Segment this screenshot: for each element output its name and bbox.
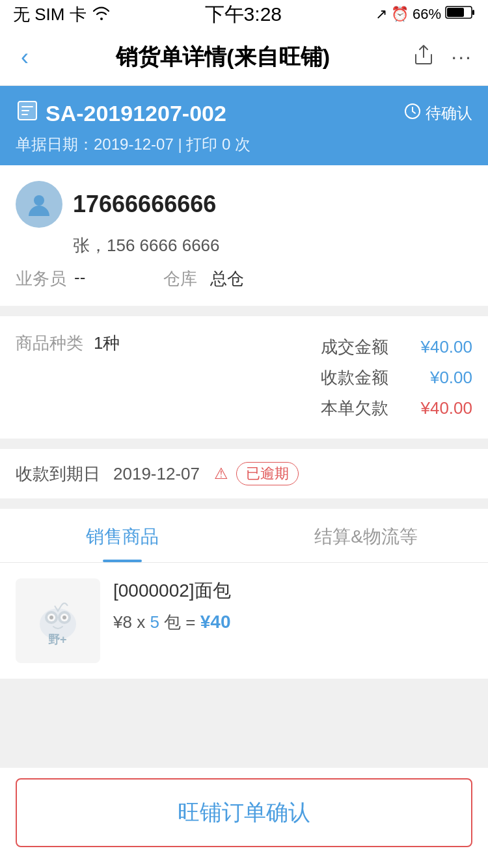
sim-text: 无 SIM 卡 [13, 3, 87, 26]
order-status: 待确认 [403, 102, 472, 124]
salesperson-value: -- [74, 267, 85, 290]
product-item: 野+ [0000002]面包 ¥8 x 5 包 = ¥40 [16, 578, 472, 663]
product-price-row: ¥8 x 5 包 = ¥40 [113, 611, 472, 634]
product-type-count: 1种 [94, 332, 120, 355]
battery-icon [445, 5, 475, 23]
wifi-icon [92, 5, 111, 25]
invoice-icon [16, 99, 39, 128]
customer-meta: 业务员 -- 仓库 总仓 [16, 267, 472, 290]
due-date-section: 收款到期日 2019-12-07 ⚠ 已逾期 [0, 449, 488, 498]
owed-row: 本单欠款 ¥40.00 [321, 393, 472, 424]
amount-summary: 成交金额 ¥40.00 收款金额 ¥0.00 本单欠款 ¥40.00 [321, 332, 472, 423]
tab-products[interactable]: 销售商品 [0, 509, 244, 562]
header-banner: SA-20191207-002 待确认 单据日期：2019-12-07 | 打印… [0, 86, 488, 165]
location-icon: ↗ [375, 6, 387, 23]
back-button[interactable]: ‹ [16, 44, 34, 71]
svg-point-5 [34, 195, 44, 206]
battery-text: 66% [413, 6, 441, 23]
received-value: ¥0.00 [401, 362, 472, 393]
clock-icon [403, 102, 422, 124]
received-row: 收款金额 ¥0.00 [321, 362, 472, 393]
customer-section: 17666666666 张，156 6666 6666 业务员 -- 仓库 总仓 [0, 165, 488, 306]
warning-icon: ⚠ [214, 465, 228, 483]
due-date: 2019-12-07 [113, 464, 200, 484]
owed-label: 本单欠款 [321, 393, 388, 424]
product-total: ¥40 [200, 612, 231, 632]
svg-point-12 [62, 616, 66, 619]
order-id: SA-20191207-002 [16, 99, 226, 128]
warehouse-label: 仓库 [163, 267, 197, 290]
product-info: [0000002]面包 ¥8 x 5 包 = ¥40 [113, 578, 472, 634]
nav-bar: ‹ 销货单详情(来自旺铺) ··· [0, 29, 488, 86]
alarm-icon: ⏰ [391, 6, 409, 23]
svg-text:野+: 野+ [48, 633, 67, 646]
product-list: 野+ [0000002]面包 ¥8 x 5 包 = ¥40 [0, 563, 488, 679]
product-name: [0000002]面包 [113, 578, 472, 603]
product-type-label: 商品种类 [16, 332, 83, 355]
tabs-row: 销售商品 结算&物流等 [0, 509, 488, 563]
product-thumbnail: 野+ [16, 578, 100, 663]
summary-section: 商品种类 1种 成交金额 ¥40.00 收款金额 ¥0.00 本单欠款 ¥40.… [0, 316, 488, 439]
order-meta: 单据日期：2019-12-07 | 打印 0 次 [16, 134, 472, 155]
owed-value: ¥40.00 [401, 393, 472, 424]
customer-sub: 张，156 6666 6666 [73, 234, 472, 257]
confirm-order-button[interactable]: 旺铺订单确认 [16, 778, 472, 847]
bottom-bar: 旺铺订单确认 [0, 768, 488, 868]
overdue-badge: 已逾期 [236, 462, 299, 485]
transaction-row: 成交金额 ¥40.00 [321, 332, 472, 362]
product-type-row: 商品种类 1种 [16, 332, 120, 355]
product-qty: 5 [150, 612, 159, 632]
status-left: 无 SIM 卡 [13, 3, 111, 26]
svg-rect-2 [447, 8, 464, 17]
avatar [16, 181, 62, 228]
transaction-label: 成交金额 [321, 332, 388, 362]
svg-point-11 [49, 616, 53, 619]
page-title: 销货单详情(来自旺铺) [116, 42, 330, 72]
due-label: 收款到期日 [16, 463, 100, 485]
share-button[interactable] [412, 43, 435, 71]
received-label: 收款金额 [321, 362, 388, 393]
salesperson-label: 业务员 [16, 267, 66, 290]
status-bar: 无 SIM 卡 下午3:28 ↗ ⏰ 66% [0, 0, 488, 29]
status-right: ↗ ⏰ 66% [375, 5, 475, 23]
customer-phone: 17666666666 [73, 191, 216, 218]
warehouse-value: 总仓 [210, 267, 244, 290]
transaction-value: ¥40.00 [401, 332, 472, 362]
tabs-section: 销售商品 结算&物流等 野+ [0, 509, 488, 679]
time-display: 下午3:28 [205, 1, 282, 28]
more-button[interactable]: ··· [451, 45, 472, 69]
tab-settlement[interactable]: 结算&物流等 [244, 509, 488, 562]
svg-rect-1 [472, 10, 474, 15]
